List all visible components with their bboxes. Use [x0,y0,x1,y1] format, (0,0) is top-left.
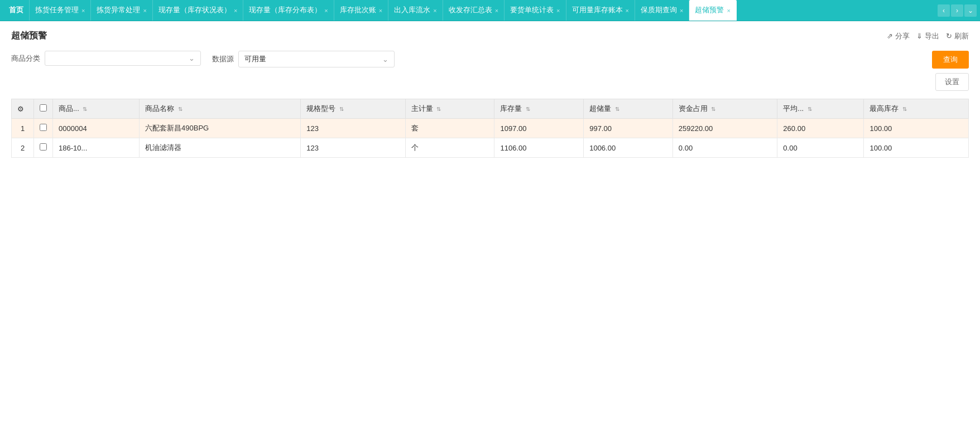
close-nav-kccz[interactable]: × [379,7,382,14]
nav-yhdtj[interactable]: 要货单统计表 × [505,0,566,21]
query-button[interactable]: 查询 [932,51,969,69]
cell-stock-2: 1106.00 [494,138,584,158]
nav-bzqcx[interactable]: 保质期查询 × [635,0,689,21]
export-button[interactable]: ⇓ 导出 [916,31,939,41]
close-nav-pjyc[interactable]: × [143,7,146,14]
sort-avg-icon: ⇅ [808,106,812,112]
col-spec[interactable]: 规格型号 ⇅ [301,99,406,119]
close-nav-kylkzb[interactable]: × [626,7,629,14]
page-header: 超储预警 ⇗ 分享 ⇓ 导出 ↻ 刷新 [11,30,969,42]
category-chevron-icon: ⌄ [189,54,195,62]
col-product-name[interactable]: 商品名称 ⇅ [140,99,301,119]
sort-spec-icon: ⇅ [339,106,344,112]
nav-xclfb[interactable]: 现存量（库存分布表） × [243,0,334,21]
datasource-label: 数据源 [212,54,234,64]
row-checkbox-2[interactable] [34,138,53,158]
sort-product-name-icon: ⇅ [178,106,182,112]
datasource-chevron-icon: ⌄ [382,55,388,64]
row-num-1: 1 [12,119,34,138]
export-icon: ⇓ [916,32,923,40]
col-overstock[interactable]: 超储量 ⇅ [584,99,673,119]
cell-stock-1: 1097.00 [494,119,584,138]
cell-unit-2: 个 [405,138,494,158]
row-checkbox-1[interactable] [34,119,53,138]
cell-capital-2: 0.00 [672,138,777,158]
share-button[interactable]: ⇗ 分享 [887,31,910,41]
category-select[interactable]: ⌄ [45,51,201,66]
cell-overstock-1: 997.00 [584,119,673,138]
nav-pjrw[interactable]: 拣货任务管理 × [30,0,91,21]
col-unit[interactable]: 主计量 ⇅ [405,99,494,119]
col-stock[interactable]: 库存量 ⇅ [494,99,584,119]
select-all-checkbox[interactable] [40,104,47,112]
sort-unit-icon: ⇅ [436,106,441,112]
filter-datasource-group: 数据源 可用量 ⌄ [212,51,395,67]
nav-kylkzb[interactable]: 可用量库存账本 × [566,0,635,21]
cell-product-code-2: 186-10... [53,138,140,158]
table-header-row: ⚙ 商品... ⇅ 商品名称 ⇅ 规格型号 ⇅ 主计量 [12,99,969,119]
row-select-1[interactable] [40,124,47,131]
category-label: 商品分类 [11,54,40,64]
cell-avg-2: 0.00 [777,138,864,158]
cell-spec-1: 123 [301,119,406,138]
close-nav-crls[interactable]: × [433,7,436,14]
close-nav-ccyj[interactable]: × [727,7,730,14]
close-nav-yhdtj[interactable]: × [556,7,560,14]
col-product-code[interactable]: 商品... ⇅ [53,99,140,119]
table-row: 2 186-10... 机油滤清器 123 个 1106.00 1006.00 … [12,138,969,158]
header-actions: ⇗ 分享 ⇓ 导出 ↻ 刷新 [887,31,969,41]
cell-overstock-2: 1006.00 [584,138,673,158]
cell-unit-1: 套 [405,119,494,138]
settings-gear-icon: ⚙ [17,105,24,113]
refresh-icon: ↻ [946,32,952,40]
sort-stock-icon: ⇅ [526,106,530,112]
cell-product-name-1: 六配套新昌490BPG [140,119,301,138]
main-content: 超储预警 ⇗ 分享 ⇓ 导出 ↻ 刷新 商品分类 ⌄ 数据源 [0,21,980,446]
row-select-2[interactable] [40,143,47,151]
datasource-select[interactable]: 可用量 ⌄ [238,51,395,67]
col-capital[interactable]: 资金占用 ⇅ [672,99,777,119]
page-title: 超储预警 [11,30,47,42]
share-icon: ⇗ [887,32,893,40]
sort-max-stock-icon: ⇅ [902,106,907,112]
cell-avg-1: 260.00 [777,119,864,138]
cell-max-stock-1: 100.00 [864,119,969,138]
nav-xclkzk[interactable]: 现存量（库存状况表） × [153,0,243,21]
topbar: 首页 拣货任务管理 × 拣货异常处理 × 现存量（库存状况表） × 现存量（库存… [0,0,980,21]
cell-spec-2: 123 [301,138,406,158]
nav-crls[interactable]: 出入库流水 × [388,0,443,21]
settings-button[interactable]: 设置 [935,73,969,91]
data-table: ⚙ 商品... ⇅ 商品名称 ⇅ 规格型号 ⇅ 主计量 [11,99,969,158]
cell-capital-1: 259220.00 [672,119,777,138]
nav-home[interactable]: 首页 [3,0,30,21]
col-checkbox-header[interactable] [34,99,53,119]
nav-prev-btn[interactable]: ‹ [938,4,950,17]
close-nav-xclkzk[interactable]: × [234,7,237,14]
close-nav-bzqcx[interactable]: × [680,7,683,14]
col-max-stock[interactable]: 最高库存 ⇅ [864,99,969,119]
nav-next-btn[interactable]: › [951,4,963,17]
cell-max-stock-2: 100.00 [864,138,969,158]
sort-product-code-icon: ⇅ [83,106,87,112]
nav-arrows: ‹ › ⌄ [938,4,977,17]
datasource-value: 可用量 [244,54,266,64]
filter-action-buttons: 查询 设置 [932,51,969,91]
nav-ccyj[interactable]: 超储预警 × [689,0,736,21]
nav-kccz[interactable]: 库存批次账 × [334,0,388,21]
sort-overstock-icon: ⇅ [615,106,619,112]
close-nav-pjrw[interactable]: × [81,7,85,14]
cell-product-code-1: 0000004 [53,119,140,138]
row-num-2: 2 [12,138,34,158]
close-nav-xclfb[interactable]: × [324,7,328,14]
cell-product-name-2: 机油滤清器 [140,138,301,158]
col-settings[interactable]: ⚙ [12,99,34,119]
nav-menu-btn[interactable]: ⌄ [964,4,977,17]
col-avg[interactable]: 平均... ⇅ [777,99,864,119]
sort-capital-icon: ⇅ [711,106,715,112]
table-row: 1 0000004 六配套新昌490BPG 123 套 1097.00 997.… [12,119,969,138]
filter-category-group: 商品分类 ⌄ [11,51,201,66]
nav-pjyc[interactable]: 拣货异常处理 × [91,0,152,21]
refresh-button[interactable]: ↻ 刷新 [946,31,969,41]
nav-sfhz[interactable]: 收发存汇总表 × [443,0,505,21]
close-nav-sfhz[interactable]: × [495,7,498,14]
